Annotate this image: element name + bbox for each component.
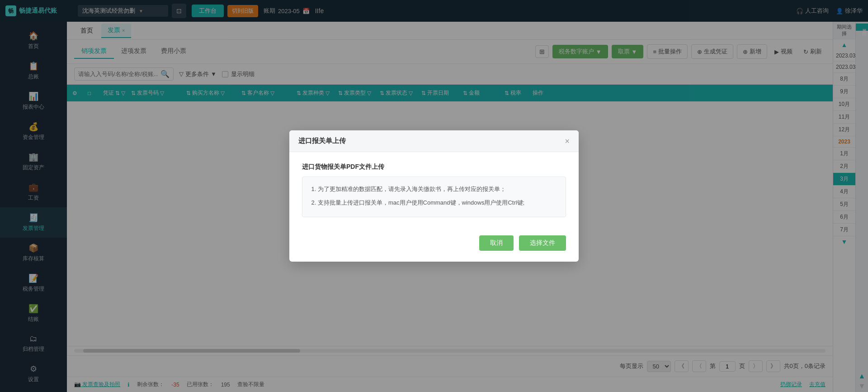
modal-overlay: 进口报关单上传 × 进口货物报关单PDF文件上传 为了更加精准的数据匹配，请先录…	[0, 0, 868, 392]
modal-info-item-2: 支持批量上传进口报关单，mac用户使用Command键，windows用户使用C…	[318, 197, 557, 209]
modal-cancel-button[interactable]: 取消	[479, 235, 514, 251]
modal-header: 进口报关单上传 ×	[289, 130, 579, 152]
modal-info-item-1: 为了更加精准的数据匹配，请先录入海关缴款书，再上传对应的报关单；	[318, 183, 557, 195]
modal-info-box: 为了更加精准的数据匹配，请先录入海关缴款书，再上传对应的报关单； 支持批量上传进…	[302, 177, 566, 217]
import-customs-modal: 进口报关单上传 × 进口货物报关单PDF文件上传 为了更加精准的数据匹配，请先录…	[289, 130, 579, 262]
modal-body: 进口货物报关单PDF文件上传 为了更加精准的数据匹配，请先录入海关缴款书，再上传…	[289, 152, 579, 228]
modal-close-icon[interactable]: ×	[565, 137, 570, 145]
modal-select-file-button[interactable]: 选择文件	[519, 235, 566, 251]
modal-footer: 取消 选择文件	[289, 228, 579, 262]
modal-section-title: 进口货物报关单PDF文件上传	[302, 163, 566, 171]
modal-title: 进口报关单上传	[298, 137, 346, 145]
